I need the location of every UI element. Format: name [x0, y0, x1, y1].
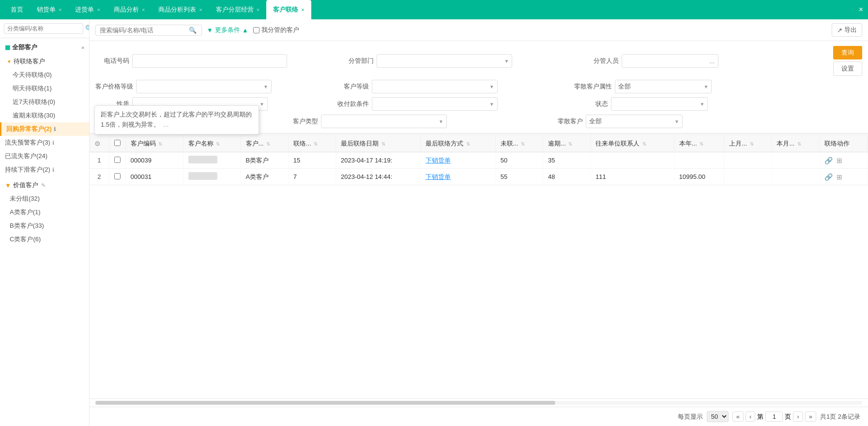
th-last-date[interactable]: 最后联络日期 ⇅	[336, 135, 421, 152]
sidebar-item-tomorrow[interactable]: 明天待联络(1)	[2, 82, 89, 95]
sort-date-icon: ⇅	[381, 141, 385, 147]
all-customers-section[interactable]: ▦ 全部客户 »	[0, 40, 89, 55]
th-not-contacted[interactable]: 未联... ⇅	[495, 135, 543, 152]
scattered-customer-select[interactable]: 全部 ▼	[586, 115, 683, 128]
th-contact-count[interactable]: 联络... ⇅	[288, 135, 335, 152]
row2-method-link[interactable]: 下销货单	[426, 173, 451, 180]
sidebar-item-b-class[interactable]: B类客户(33)	[0, 219, 89, 233]
first-page-btn[interactable]: «	[732, 411, 744, 422]
sidebar-search-icon[interactable]: 🔍	[85, 25, 90, 32]
settings-button[interactable]: 设置	[833, 61, 862, 76]
nav-customer-contact[interactable]: 客户联络 ×	[266, 0, 311, 19]
nav-customer-tier[interactable]: 客户分层经营 ×	[209, 0, 266, 19]
dept-select[interactable]: ▼	[377, 54, 512, 68]
payment-label: 收付款条件	[335, 100, 369, 108]
th-last-method[interactable]: 最后联络方式 ⇅	[420, 135, 495, 152]
collapse-btn[interactable]: »	[81, 44, 84, 50]
close-purchase-tab[interactable]: ×	[97, 7, 100, 13]
customer-level-select[interactable]: ▼	[372, 80, 498, 93]
payment-select[interactable]: ▼	[372, 97, 498, 111]
last-page-btn[interactable]: »	[805, 411, 816, 422]
manager-select[interactable]: ...	[622, 54, 718, 68]
close-customer-tier-tab[interactable]: ×	[257, 7, 259, 13]
row1-grid-icon[interactable]: ⊞	[837, 157, 842, 164]
page-input[interactable]	[765, 411, 783, 422]
row1-last-method: 下销货单	[420, 152, 495, 169]
prev-page-btn[interactable]: ‹	[746, 411, 755, 422]
row2-num: 2	[90, 169, 109, 185]
close-product-analysis-tab[interactable]: ×	[142, 7, 145, 13]
sidebar-item-7days[interactable]: 近7天待联络(0)	[2, 95, 89, 109]
status-select[interactable]: ▼	[611, 97, 708, 111]
sort-not-contacted-icon: ⇅	[521, 141, 525, 147]
row2-link-icon[interactable]: 🔗	[824, 173, 833, 181]
sidebar-item-c-class[interactable]: C类客户(6)	[0, 233, 89, 246]
filter-phone: 电话号码	[95, 54, 335, 68]
payment-arrow: ▼	[489, 102, 494, 107]
th-type[interactable]: 客户... ⇅	[241, 135, 288, 152]
row1-select[interactable]	[114, 157, 121, 163]
row1-link-icon[interactable]: 🔗	[824, 157, 833, 164]
search-icon[interactable]: 🔍	[189, 27, 197, 34]
sidebar-item-loss-warning[interactable]: 流失预警客户(3) ℹ	[0, 136, 89, 149]
nav-product-analysis[interactable]: 商品分析 ×	[107, 0, 152, 19]
page-label2: 页	[785, 412, 791, 421]
per-page-select[interactable]: 50	[707, 411, 729, 422]
pending-group-title[interactable]: ▼ 待联络客户	[2, 55, 89, 68]
row1-this-month	[772, 152, 819, 169]
table-settings-icon[interactable]: ⚙	[94, 140, 101, 147]
my-customers-checkbox[interactable]	[253, 27, 259, 33]
th-code[interactable]: 客户编码 ⇅	[125, 135, 183, 152]
info-icon3: ℹ	[52, 167, 54, 173]
row2-select[interactable]	[114, 173, 121, 179]
th-contacts[interactable]: 往来单位联系人 ⇅	[591, 135, 674, 152]
select-all-checkbox[interactable]	[114, 140, 121, 146]
row1-actions: 🔗 ⊞	[819, 152, 868, 169]
nav-home[interactable]: 首页	[4, 0, 30, 19]
search-input[interactable]	[100, 27, 187, 34]
export-btn[interactable]: ↗ 导出	[832, 23, 862, 37]
filter-more-btn[interactable]: ▼ 更多条件 ▲	[207, 26, 248, 34]
th-last-month[interactable]: 上月... ⇅	[724, 135, 772, 152]
sidebar-search-input[interactable]	[4, 23, 83, 34]
query-button[interactable]: 查询	[833, 46, 862, 59]
customer-type-select[interactable]: ▼	[321, 115, 447, 128]
row1-num: 1	[90, 152, 109, 169]
row1-method-link[interactable]: 下销货单	[426, 157, 451, 164]
edit-icon[interactable]: ✎	[41, 182, 46, 189]
row1-checkbox	[109, 152, 125, 169]
nav-sales[interactable]: 销货单 ×	[30, 0, 68, 19]
row2-grid-icon[interactable]: ⊞	[837, 173, 842, 181]
value-group-title[interactable]: ▼ 价值客户 ✎	[0, 178, 89, 192]
th-overdue[interactable]: 逾期... ⇅	[543, 135, 590, 152]
th-name[interactable]: 客户名称 ⇅	[183, 135, 241, 152]
scattered-customer-arrow: ▼	[674, 119, 679, 124]
row1-contacts	[591, 152, 674, 169]
next-page-btn[interactable]: ›	[793, 411, 803, 422]
sidebar-item-today[interactable]: 今天待联络(0)	[2, 68, 89, 82]
content-area: 🔍 ▼ 更多条件 ▲ 我分管的客户 ↗ 导出 电话号码	[90, 19, 868, 426]
th-this-month[interactable]: 本月... ⇅	[772, 135, 819, 152]
sidebar-item-overdue[interactable]: 逾期未联络(30)	[2, 109, 89, 122]
filter-status: 状态 ▼	[574, 97, 809, 111]
manager-dots[interactable]: ...	[709, 57, 715, 65]
price-level-select[interactable]: ▼	[136, 80, 272, 93]
sidebar-item-ungrouped[interactable]: 未分组(32)	[0, 192, 89, 206]
sidebar-item-abnormal[interactable]: 回购异常客户(2) ℹ	[0, 122, 89, 136]
close-customer-contact-tab[interactable]: ×	[301, 7, 304, 13]
close-all-tabs[interactable]: ×	[859, 5, 863, 14]
sidebar-item-lost[interactable]: 已流失客户(24)	[0, 149, 89, 163]
nav-purchase[interactable]: 进货单 ×	[68, 0, 107, 19]
table-row: 2 000031 A类客户 7 2023-04-12 14:44: 下销货单	[90, 169, 868, 185]
sidebar-item-a-class[interactable]: A类客户(1)	[0, 206, 89, 219]
scattered-attr-select[interactable]: 全部 ▼	[615, 80, 712, 93]
sidebar-item-declining[interactable]: 持续下滑客户(2) ℹ	[0, 163, 89, 176]
page-label: 第	[757, 412, 763, 421]
search-input-wrap: 🔍	[95, 25, 202, 36]
phone-input[interactable]	[132, 54, 287, 68]
close-sales-tab[interactable]: ×	[59, 7, 61, 13]
scrollbar-thumb[interactable]	[95, 401, 555, 405]
th-this-year[interactable]: 本年... ⇅	[674, 135, 724, 152]
close-product-analysis-list-tab[interactable]: ×	[199, 7, 202, 13]
nav-product-analysis-list[interactable]: 商品分析列表 ×	[152, 0, 209, 19]
